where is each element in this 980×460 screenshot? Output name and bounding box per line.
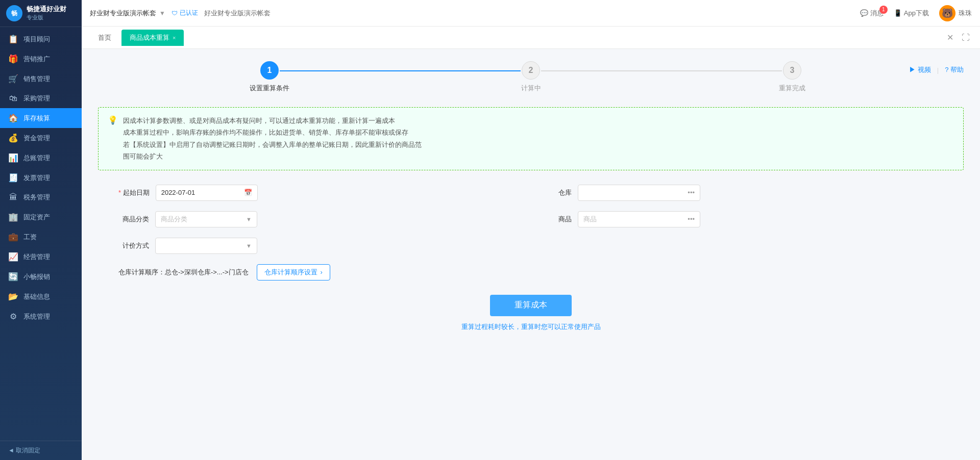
sidebar-item-label: 销售管理 xyxy=(23,74,50,84)
video-link[interactable]: ▶ 视频 xyxy=(909,65,931,74)
recalc-button[interactable]: 重算成本 xyxy=(490,295,572,316)
message-icon: 💬 xyxy=(860,9,868,17)
play-icon: ▶ xyxy=(909,66,916,73)
step2-circle: 2 xyxy=(522,61,540,80)
calendar-icon[interactable]: 📅 xyxy=(244,189,252,196)
warehouse-order-text: 仓库计算顺序：总仓->深圳仓库->...->门店仓 xyxy=(118,268,249,277)
sidebar-item-label: 总账管理 xyxy=(23,154,50,163)
sidebar-item-finance[interactable]: 💰 资金管理 xyxy=(0,128,82,148)
question-icon: ? xyxy=(945,66,948,73)
sidebar-item-invoice[interactable]: 🧾 发票管理 xyxy=(0,168,82,188)
payroll-icon: 💼 xyxy=(8,232,18,242)
recalc-hint: 重算过程耗时较长，重算时您可以正常使用产品 xyxy=(461,322,601,331)
sidebar-item-label: 系统管理 xyxy=(23,312,50,321)
stepper-step2: 2 计算中 xyxy=(400,61,662,93)
category-placeholder: 商品分类 xyxy=(161,215,187,224)
sidebar: 畅 畅捷通好业财 专业版 📋 项目顾问 🎁 营销推广 🛒 销售管理 🛍 采购管理… xyxy=(0,0,82,460)
start-date-label: 起始日期 xyxy=(118,188,150,197)
dots-icon[interactable]: ••• xyxy=(688,189,695,196)
warehouse-order-btn-label: 仓库计算顺序设置 xyxy=(264,268,317,277)
sidebar-item-marketing[interactable]: 🎁 营销推广 xyxy=(0,49,82,69)
info-line4: 围可能会扩大 xyxy=(123,150,422,162)
sidebar-unpin-button[interactable]: ◄ 取消固定 xyxy=(0,441,82,460)
info-box: 💡 因成本计算参数调整、或是对商品成本有疑问时，可以通过成本重算功能，重新计算一… xyxy=(98,107,964,170)
sidebar-header: 畅 畅捷通好业财 专业版 xyxy=(0,0,82,27)
operations-icon: 📈 xyxy=(8,252,18,262)
form-row-1: 起始日期 2022-07-01 📅 仓库 ••• xyxy=(118,185,943,201)
sidebar-item-inventory[interactable]: 🏠 库存核算 xyxy=(0,108,82,128)
product-dots-icon[interactable]: ••• xyxy=(688,215,695,223)
step1-circle: 1 xyxy=(260,61,279,80)
tabs-right-buttons: ✕ ⛶ xyxy=(945,31,972,44)
divider: | xyxy=(937,66,939,74)
sidebar-item-label: 固定资产 xyxy=(23,213,50,222)
warehouse-order-chevron-icon: › xyxy=(321,268,323,276)
pricing-select[interactable]: ▼ xyxy=(155,238,257,254)
sidebar-item-label: 资金管理 xyxy=(23,134,50,143)
account-selector[interactable]: 好业财专业版演示帐套 ▼ xyxy=(90,9,165,18)
sidebar-nav: 📋 项目顾问 🎁 营销推广 🛒 销售管理 🛍 采购管理 🏠 库存核算 💰 资金管… xyxy=(0,27,82,441)
tab-close-icon[interactable]: × xyxy=(173,35,176,41)
tab-home[interactable]: 首页 xyxy=(90,30,119,46)
topbar: 好业财专业版演示帐套 ▼ 🛡 已认证 好业财专业版演示帐套 💬 消息 1 📱 A… xyxy=(82,0,980,27)
message-button[interactable]: 💬 消息 1 xyxy=(860,9,884,18)
warehouse-order-btn[interactable]: 仓库计算顺序设置 › xyxy=(257,264,330,280)
pricing-field: 计价方式 ▼ xyxy=(118,238,521,254)
app-download-button[interactable]: 📱 App下载 xyxy=(894,9,929,18)
main-area: 好业财专业版演示帐套 ▼ 🛡 已认证 好业财专业版演示帐套 💬 消息 1 📱 A… xyxy=(82,0,980,460)
start-date-field: 起始日期 2022-07-01 📅 xyxy=(118,185,521,201)
account-name: 好业财专业版演示帐套 xyxy=(90,9,156,18)
product-field: 商品 商品 ••• xyxy=(541,211,943,227)
category-label: 商品分类 xyxy=(118,215,149,224)
product-label: 商品 xyxy=(541,215,572,224)
project-icon: 📋 xyxy=(8,34,18,44)
sidebar-item-label: 工资 xyxy=(23,233,37,242)
sidebar-item-label: 库存核算 xyxy=(23,114,50,123)
start-date-input[interactable]: 2022-07-01 📅 xyxy=(156,185,258,201)
expand-icon[interactable]: ⛶ xyxy=(960,31,972,44)
pricing-chevron-icon: ▼ xyxy=(246,243,252,249)
category-select[interactable]: 商品分类 ▼ xyxy=(155,211,257,227)
sidebar-item-purchase[interactable]: 🛍 采购管理 xyxy=(0,89,82,108)
sidebar-item-project[interactable]: 📋 项目顾问 xyxy=(0,29,82,49)
user-profile[interactable]: 🐻 珠珠 xyxy=(939,5,972,21)
system-icon: ⚙ xyxy=(8,312,18,321)
pricing-label: 计价方式 xyxy=(118,241,149,250)
verified-text: 已认证 xyxy=(180,9,198,17)
finance-icon: 💰 xyxy=(8,133,18,143)
sidebar-item-basic[interactable]: 📂 基础信息 xyxy=(0,287,82,306)
tabs-bar: 首页 商品成本重算 × ✕ ⛶ xyxy=(82,27,980,49)
message-badge: 1 xyxy=(879,6,888,14)
app-logo: 畅 xyxy=(6,5,22,21)
verified-badge: 🛡 已认证 xyxy=(172,9,198,17)
account-chevron-icon: ▼ xyxy=(159,10,165,17)
warehouse-label: 仓库 xyxy=(541,188,572,197)
step1-label: 设置重算条件 xyxy=(250,84,289,93)
sidebar-item-system[interactable]: ⚙ 系统管理 xyxy=(0,306,82,326)
sidebar-item-label: 税务管理 xyxy=(23,193,50,202)
tab-cost-recalc[interactable]: 商品成本重算 × xyxy=(121,30,184,46)
warehouse-order-row: 仓库计算顺序：总仓->深圳仓库->...->门店仓 仓库计算顺序设置 › xyxy=(118,264,943,280)
close-window-icon[interactable]: ✕ xyxy=(945,31,955,44)
product-input[interactable]: 商品 ••• xyxy=(578,211,700,227)
app-download-label: App下载 xyxy=(904,9,929,18)
sidebar-item-sales[interactable]: 🛒 销售管理 xyxy=(0,69,82,89)
sidebar-item-tax[interactable]: 🏛 税务管理 xyxy=(0,188,82,207)
sidebar-item-accounting[interactable]: 📊 总账管理 xyxy=(0,148,82,168)
form-row-3: 计价方式 ▼ xyxy=(118,238,943,254)
recalc-section: 重算成本 重算过程耗时较长，重算时您可以正常使用产品 xyxy=(118,295,943,331)
help-link[interactable]: ? 帮助 xyxy=(945,65,964,74)
sidebar-item-operations[interactable]: 📈 经营管理 xyxy=(0,247,82,267)
basic-icon: 📂 xyxy=(8,292,18,301)
sidebar-item-expense[interactable]: 🔄 小畅报销 xyxy=(0,267,82,287)
assets-icon: 🏢 xyxy=(8,212,18,222)
sidebar-item-assets[interactable]: 🏢 固定资产 xyxy=(0,207,82,227)
form-section: 起始日期 2022-07-01 📅 仓库 ••• 商品分 xyxy=(98,185,964,331)
warehouse-input[interactable]: ••• xyxy=(578,185,700,201)
phone-icon: 📱 xyxy=(894,9,902,17)
info-line1: 因成本计算参数调整、或是对商品成本有疑问时，可以通过成本重算功能，重新计算一遍成… xyxy=(123,115,422,126)
sidebar-item-label: 小畅报销 xyxy=(23,272,50,282)
info-line3: 若【系统设置】中启用了自动调整记账日期时，会调整入库单的整单记账日期，因此重新计… xyxy=(123,139,422,150)
page-content: 1 设置重算条件 2 计算中 3 重算完成 ▶ xyxy=(82,49,980,460)
sidebar-item-payroll[interactable]: 💼 工资 xyxy=(0,227,82,247)
